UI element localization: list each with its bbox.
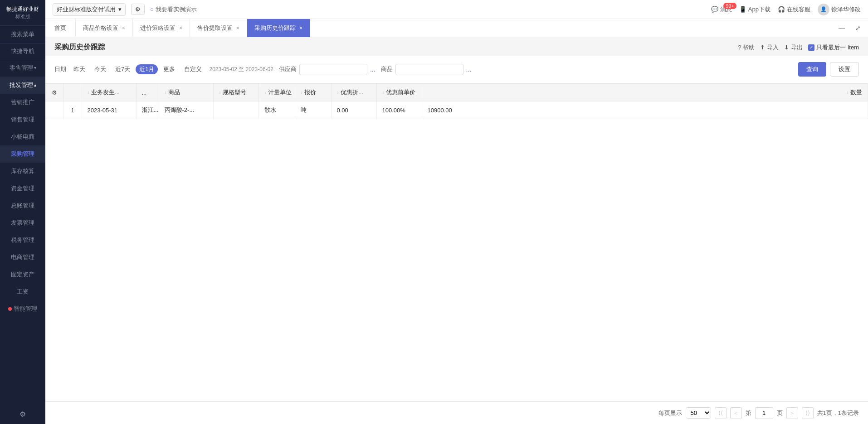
col-unit[interactable]: ↕ 计量单位 <box>258 84 295 101</box>
tab-minimize-btn[interactable]: — <box>835 22 848 34</box>
product-label: 商品 <box>381 65 393 73</box>
sidebar-item-wholesale[interactable]: 批发管理 ▴ <box>0 77 45 94</box>
import-label: 导入 <box>767 43 779 52</box>
tab-sale-price[interactable]: 售价提取设置 × <box>190 19 247 37</box>
col-settings[interactable]: ⚙ <box>45 84 63 101</box>
supplier-input[interactable] <box>299 64 367 75</box>
date-opt-custom[interactable]: 自定义 <box>180 64 205 74</box>
tab-price[interactable]: 商品价格设置 × <box>76 19 133 37</box>
col-unit-price-label: 优惠前单价 <box>386 89 415 96</box>
close-icon[interactable]: × <box>299 25 302 31</box>
date-opt-yesterday[interactable]: 昨天 <box>70 64 89 74</box>
sidebar-item-sales[interactable]: 销售管理 <box>0 111 45 128</box>
sidebar-search[interactable]: 搜索菜单 <box>0 26 45 43</box>
date-label: 日期 <box>54 65 66 73</box>
export-btn[interactable]: ⬇ 导出 <box>784 43 803 52</box>
sidebar: 畅捷通好业财 标准版 搜索菜单 快捷导航 零售管理 ▾ 批发管理 ▴ 营销推广 … <box>0 0 45 424</box>
date-opt-more[interactable]: 更多 <box>160 64 179 74</box>
date-opt-1month[interactable]: 近1月 <box>136 64 158 74</box>
sort-icon: ↕ <box>337 90 339 95</box>
row-price-unit: 吨 <box>295 101 331 119</box>
sidebar-item-purchase[interactable]: 采购管理 <box>0 145 45 163</box>
sidebar-item-assets[interactable]: 固定资产 <box>0 266 45 283</box>
next-page-btn[interactable]: ＞ <box>786 407 798 419</box>
help-btn[interactable]: ? 帮助 <box>738 43 755 52</box>
sidebar-item-tax[interactable]: 税务管理 <box>0 231 45 249</box>
product-input[interactable] <box>395 64 463 75</box>
per-page-label: 每页显示 <box>658 409 682 417</box>
message-btn[interactable]: 💬 消息 99+ <box>711 5 732 14</box>
only-last-item: item <box>848 44 859 51</box>
col-product[interactable]: ↕ 商品 <box>159 84 213 101</box>
import-btn[interactable]: ⬆ 导入 <box>760 43 779 52</box>
chevron-down-icon: ▾ <box>118 6 122 13</box>
sidebar-item-salary[interactable]: 工资 <box>0 283 45 300</box>
settings-btn[interactable]: ⚙ <box>131 4 145 15</box>
app-download-label: App下载 <box>748 5 770 14</box>
only-last-toggle[interactable]: ✓ 只看最后一 item <box>808 43 859 52</box>
tab-maximize-btn[interactable]: ⤢ <box>852 22 864 34</box>
row-quoted-price: 0.00 <box>331 101 376 119</box>
col-num <box>63 84 82 101</box>
tab-history-price[interactable]: 采购历史价跟踪 × <box>247 19 310 37</box>
gear-icon: ⚙ <box>20 410 26 418</box>
online-service-btn[interactable]: 🎧 在线客服 <box>778 5 810 14</box>
sidebar-item-label: 销售管理 <box>11 116 34 124</box>
page-number-input[interactable] <box>755 407 773 419</box>
sidebar-item-ledger[interactable]: 总账管理 <box>0 197 45 214</box>
sidebar-item-ecommerce-small[interactable]: 小畅电商 <box>0 128 45 145</box>
settings-button[interactable]: 设置 <box>830 62 859 77</box>
col-spec[interactable]: ↕ 规格型号 <box>213 84 258 101</box>
sidebar-item-label: 营销推广 <box>11 98 34 106</box>
sidebar-item-label: 零售管理 <box>10 64 33 72</box>
col-unit-price[interactable]: ↕ 优惠前单价 <box>376 84 422 101</box>
sidebar-item-finance[interactable]: 资金管理 <box>0 180 45 197</box>
version-selector[interactable]: 好业财标准版交付试用 ▾ <box>53 3 126 16</box>
sidebar-item-invoice[interactable]: 发票管理 <box>0 214 45 231</box>
tab-home[interactable]: 首页 <box>45 19 76 37</box>
demo-btn[interactable]: ○ 我要看实例演示 <box>150 5 197 14</box>
col-date-label: 业务发生... <box>91 89 120 96</box>
per-page-select[interactable]: 10 20 50 100 <box>686 407 711 419</box>
sidebar-settings[interactable]: ⚙ <box>0 405 45 424</box>
sidebar-item-ecommerce[interactable]: 电商管理 <box>0 249 45 266</box>
close-icon[interactable]: × <box>179 25 182 31</box>
table-header-row: ⚙ ↕ 业务发生... ... ↕ 商品 ↕ <box>45 84 868 101</box>
col-date[interactable]: ↕ 业务发生... <box>82 84 136 101</box>
sidebar-item-retail[interactable]: 零售管理 ▾ <box>0 59 45 77</box>
col-price[interactable]: ↕ 报价 <box>295 84 331 101</box>
col-extra[interactable]: ... <box>136 84 159 101</box>
topbar-right: 💬 消息 99+ 📱 App下载 🎧 在线客服 👤 徐泽华修改 <box>711 4 861 15</box>
sidebar-item-marketing[interactable]: 营销推广 <box>0 94 45 111</box>
date-opt-today[interactable]: 今天 <box>91 64 110 74</box>
tab-purchase-strategy[interactable]: 进价策略设置 × <box>133 19 190 37</box>
sidebar-item-label: 小畅电商 <box>11 133 34 141</box>
date-opt-7days[interactable]: 近7天 <box>112 64 134 74</box>
first-page-btn[interactable]: ⟨⟨ <box>715 407 727 419</box>
supplier-filter-group: 供应商 ... <box>279 64 375 75</box>
version-text: 好业财标准版交付试用 <box>57 5 116 14</box>
sort-icon: ↕ <box>264 90 267 95</box>
supplier-dots[interactable]: ... <box>370 66 375 73</box>
demo-icon: ○ <box>150 6 154 13</box>
query-button[interactable]: 查询 <box>798 62 826 77</box>
close-icon[interactable]: × <box>236 25 239 31</box>
filter-area: 日期 昨天 今天 近7天 近1月 更多 自定义 2023-05-02 至 202… <box>45 56 868 83</box>
data-table: ⚙ ↕ 业务发生... ... ↕ 商品 ↕ <box>45 83 868 119</box>
col-discount[interactable]: ↕ 优惠折... <box>331 84 376 101</box>
row-num: 1 <box>63 101 82 119</box>
search-label: 搜索菜单 <box>11 31 34 38</box>
close-icon[interactable]: × <box>122 25 125 31</box>
col-qty[interactable]: ↕ 数量 <box>422 84 868 101</box>
date-range: 2023-05-02 至 2023-06-02 <box>209 66 273 73</box>
user-menu[interactable]: 👤 徐泽华修改 <box>818 4 861 15</box>
sidebar-item-smart[interactable]: 智能管理 <box>0 300 45 318</box>
prev-page-btn[interactable]: ＜ <box>730 407 742 419</box>
sidebar-item-label: 库存核算 <box>11 167 34 175</box>
app-download-btn[interactable]: 📱 App下载 <box>739 5 770 14</box>
last-page-btn[interactable]: ⟩⟩ <box>802 407 814 419</box>
product-dots[interactable]: ... <box>466 66 472 73</box>
table-container: ⚙ ↕ 业务发生... ... ↕ 商品 ↕ <box>45 83 868 401</box>
sidebar-item-inventory[interactable]: 库存核算 <box>0 163 45 180</box>
sidebar-quick-nav[interactable]: 快捷导航 <box>0 43 45 59</box>
